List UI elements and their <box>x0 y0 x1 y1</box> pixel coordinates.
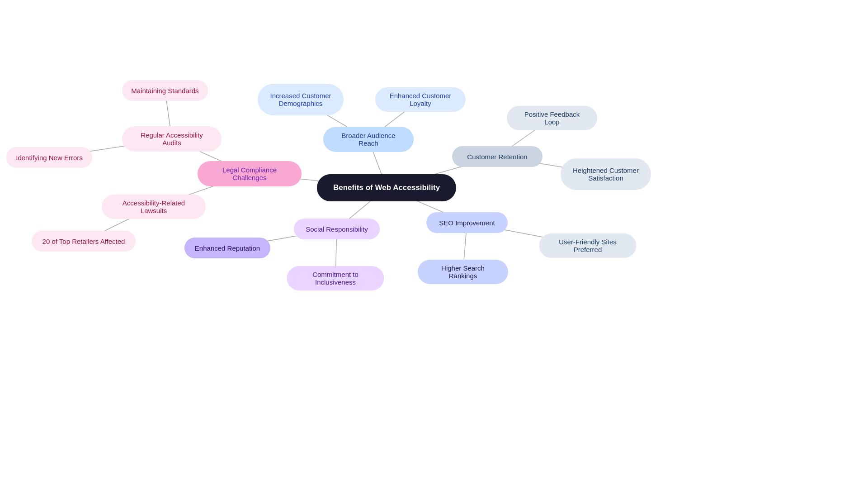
node-social-responsibility: Social Responsibility <box>294 219 380 239</box>
node-commitment-inclusiveness: Commitment to Inclusiveness <box>287 266 384 290</box>
node-lawsuits: Accessibility-Related Lawsuits <box>102 195 206 219</box>
node-increased-demographics: Increased Customer Demographics <box>258 84 344 115</box>
node-enhanced-reputation: Enhanced Reputation <box>184 238 270 258</box>
node-broader-audience: Broader Audience Reach <box>323 127 414 152</box>
node-maintaining-standards: Maintaining Standards <box>122 80 208 101</box>
node-positive-feedback: Positive Feedback Loop <box>507 106 597 130</box>
node-heightened-satisfaction: Heightened Customer Satisfaction <box>561 158 651 190</box>
center-node: Benefits of Web Accessibility <box>317 174 456 201</box>
node-retailers: 20 of Top Retailers Affected <box>32 231 136 252</box>
node-user-friendly: User-Friendly Sites Preferred <box>539 233 637 258</box>
node-customer-retention: Customer Retention <box>452 146 542 167</box>
mind-map: Benefits of Web AccessibilityBroader Aud… <box>0 0 868 490</box>
node-identifying-errors: Identifying New Errors <box>6 147 92 168</box>
node-legal-compliance: Legal Compliance Challenges <box>198 161 302 186</box>
node-higher-search: Higher Search Rankings <box>418 260 508 284</box>
node-regular-audits: Regular Accessibility Audits <box>122 126 222 152</box>
node-seo-improvement: SEO Improvement <box>426 212 508 233</box>
node-enhanced-loyalty: Enhanced Customer Loyalty <box>375 87 466 112</box>
